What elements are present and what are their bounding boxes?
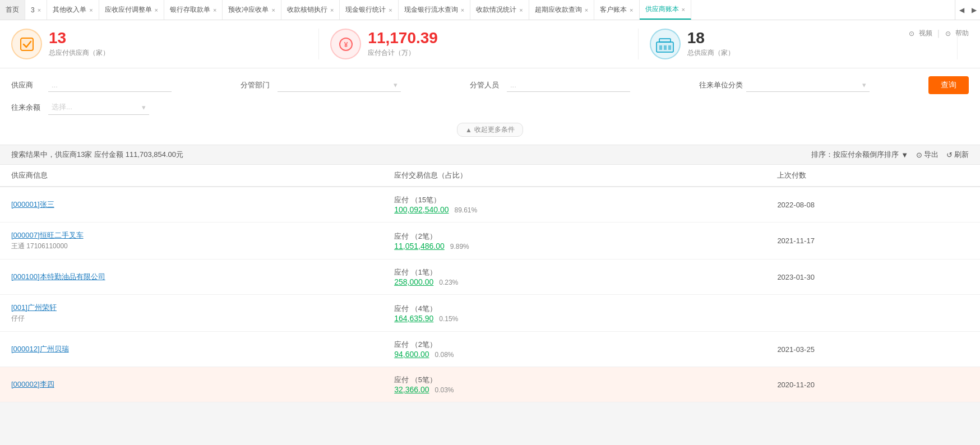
svg-rect-0 bbox=[21, 38, 33, 50]
nav-tab-recv-exec[interactable]: 收款核销执行 × bbox=[281, 0, 340, 20]
nav-tab-other-income[interactable]: 其他收入单 × bbox=[47, 0, 99, 20]
nav-tab-3[interactable]: 3 × bbox=[25, 0, 47, 20]
table-row: [000001]张三应付 （15笔）100,092,540.0089.61%20… bbox=[0, 187, 980, 222]
nav-tab-supplier-book-close[interactable]: × bbox=[682, 6, 685, 13]
nav-tab-recv-stat[interactable]: 收款情况统计 × bbox=[470, 0, 529, 20]
nav-tab-cash-stat-close[interactable]: × bbox=[389, 7, 392, 13]
nav-tab-bank-close[interactable]: × bbox=[213, 7, 216, 13]
supplier-link[interactable]: [000012]广州贝瑞 bbox=[11, 345, 69, 353]
collapse-button[interactable]: ▲ 收起更多条件 bbox=[457, 123, 523, 137]
supplier-link[interactable]: [000002]李四 bbox=[11, 380, 54, 388]
nav-tab-prepay-recv-close[interactable]: × bbox=[271, 7, 275, 13]
last-pay-cell: 2021-03-25 bbox=[777, 345, 969, 354]
nav-prev-arrow[interactable]: ◀ bbox=[955, 0, 968, 20]
filter-unit-class: 往来单位分类 ▾ bbox=[699, 78, 919, 92]
table-row: [000002]李四应付 （5笔）32,366.000.03%2020-11-2… bbox=[0, 367, 980, 402]
payable-amount-link[interactable]: 100,092,540.00 bbox=[394, 205, 449, 214]
payable-label: 应付 （2笔） bbox=[394, 231, 777, 242]
payable-cell: 应付 （15笔）100,092,540.0089.61% bbox=[394, 195, 777, 214]
nav-tab-3-close[interactable]: × bbox=[38, 7, 41, 13]
nav-tab-cash-query[interactable]: 现金银行流水查询 × bbox=[399, 0, 470, 20]
nav-tab-recv-stat-close[interactable]: × bbox=[519, 7, 523, 13]
nav-tab-overdue-recv[interactable]: 超期应收款查询 × bbox=[529, 0, 594, 20]
filter-row-2: 往来余额 选择... ▾ bbox=[11, 100, 969, 115]
help-link[interactable]: 帮助 bbox=[955, 29, 969, 38]
stat-payable-suppliers: 13 总应付供应商（家） bbox=[11, 29, 319, 59]
table-row: [001]广州荣轩仔仔应付 （4笔）164,635.900.15% bbox=[0, 295, 980, 332]
nav-tab-adjust[interactable]: 应收应付调整单 × bbox=[99, 0, 164, 20]
payable-cell: 应付 （2笔）94,600.000.08% bbox=[394, 340, 777, 359]
filter-person: 分管人员 bbox=[470, 78, 690, 92]
supplier-link[interactable]: [000001]张三 bbox=[11, 200, 54, 208]
dept-select[interactable]: ▾ bbox=[278, 78, 401, 92]
payable-percent: 89.61% bbox=[455, 206, 478, 214]
unit-class-select[interactable]: ▾ bbox=[746, 78, 870, 92]
nav-tab-overdue-recv-close[interactable]: × bbox=[585, 7, 588, 13]
stat-payable-total-content: 11,170.39 应付合计（万） bbox=[368, 30, 438, 58]
nav-tab-prepay-recv[interactable]: 预收冲应收单 × bbox=[223, 0, 281, 20]
nav-tab-cash-stat[interactable]: 现金银行统计 × bbox=[340, 0, 398, 20]
payable-amount-link[interactable]: 94,600.00 bbox=[394, 350, 429, 359]
last-pay-cell: 2021-11-17 bbox=[777, 237, 969, 245]
col-header-payable: 应付交易信息（占比） bbox=[394, 170, 777, 180]
nav-tab-bank[interactable]: 银行存取款单 × bbox=[164, 0, 223, 20]
payable-percent: 0.03% bbox=[434, 386, 454, 394]
payable-amount-link[interactable]: 32,366.00 bbox=[394, 385, 429, 394]
svg-rect-4 bbox=[659, 39, 671, 42]
nav-tab-other-income-close[interactable]: × bbox=[89, 7, 93, 13]
table-row: [000100]本特勤油品有限公司应付 （1笔）258,000.000.23%2… bbox=[0, 259, 980, 295]
nav-tab-customer-book[interactable]: 客户账本 × bbox=[594, 0, 639, 20]
svg-text:¥: ¥ bbox=[344, 41, 348, 49]
supplier-link[interactable]: [000100]本特勤油品有限公司 bbox=[11, 272, 105, 281]
payable-cell: 应付 （1笔）258,000.000.23% bbox=[394, 267, 777, 286]
payable-total-label: 应付合计（万） bbox=[368, 48, 438, 58]
supplier-link[interactable]: [001]广州荣轩 bbox=[11, 303, 57, 312]
payable-suppliers-icon bbox=[11, 29, 42, 59]
video-icon: ⊙ bbox=[909, 30, 914, 38]
dept-filter-label: 分管部门 bbox=[241, 80, 274, 90]
refresh-label: 刷新 bbox=[954, 150, 969, 160]
total-suppliers-label: 总供应商（家） bbox=[687, 48, 734, 58]
refresh-icon: ↺ bbox=[946, 151, 953, 159]
results-summary: 搜索结果中，供应商13家 应付金额 111,703,854.00元 bbox=[11, 150, 183, 160]
nav-tab-supplier-book[interactable]: 供应商账本 × bbox=[640, 0, 691, 20]
nav-tab-cash-query-label: 现金银行流水查询 bbox=[404, 5, 458, 15]
nav-tab-customer-book-close[interactable]: × bbox=[630, 7, 633, 13]
payable-label: 应付 （5笔） bbox=[394, 375, 777, 385]
collapse-button-label: 收起更多条件 bbox=[474, 125, 515, 135]
sort-selector[interactable]: 排序：按应付余额倒序排序 ▼ bbox=[811, 150, 908, 160]
filter-area: 供应商 分管部门 ▾ 分管人员 往来单位分类 ▾ 查询 往来余额 选择 bbox=[0, 68, 980, 145]
payable-suppliers-count: 13 bbox=[49, 30, 109, 46]
balance-select[interactable]: 选择... ▾ bbox=[48, 100, 149, 115]
nav-tab-home[interactable]: 首页 bbox=[0, 0, 25, 20]
export-button[interactable]: ⊙ 导出 bbox=[916, 150, 939, 160]
refresh-button[interactable]: ↺ 刷新 bbox=[946, 150, 969, 160]
table-header: 供应商信息 应付交易信息（占比） 上次付数 bbox=[0, 165, 980, 187]
top-right-links: ⊙ 视频 │ ⊙ 帮助 bbox=[909, 29, 969, 38]
person-input[interactable] bbox=[507, 78, 630, 92]
nav-tab-recv-exec-close[interactable]: × bbox=[330, 7, 334, 13]
supplier-input[interactable] bbox=[48, 78, 172, 92]
nav-tab-recv-stat-label: 收款情况统计 bbox=[476, 5, 516, 15]
nav-tab-bank-label: 银行存取款单 bbox=[170, 5, 210, 15]
nav-tab-adjust-close[interactable]: × bbox=[155, 7, 158, 13]
payable-cell: 应付 （2笔）11,051,486.009.89% bbox=[394, 231, 777, 251]
payable-amount-link[interactable]: 11,051,486.00 bbox=[394, 242, 445, 251]
nav-next-arrow[interactable]: ▶ bbox=[968, 0, 980, 20]
nav-tab-supplier-book-label: 供应商账本 bbox=[645, 4, 679, 14]
query-button[interactable]: 查询 bbox=[928, 76, 969, 94]
nav-tab-recv-exec-label: 收款核销执行 bbox=[287, 5, 327, 15]
payable-amount-link[interactable]: 164,635.90 bbox=[394, 314, 433, 323]
unit-class-chevron-down-icon: ▾ bbox=[862, 81, 866, 89]
nav-tab-adjust-label: 应收应付调整单 bbox=[105, 5, 152, 15]
nav-tab-cash-query-close[interactable]: × bbox=[461, 7, 464, 13]
payable-amount-link[interactable]: 258,000.00 bbox=[394, 277, 433, 286]
video-link[interactable]: 视频 bbox=[919, 29, 932, 38]
supplier-link[interactable]: [000007]恒旺二手叉车 bbox=[11, 231, 84, 239]
balance-filter-label: 往来余额 bbox=[11, 103, 45, 113]
stat-total-suppliers-content: 18 总供应商（家） bbox=[687, 30, 734, 58]
payable-label: 应付 （2笔） bbox=[394, 340, 777, 350]
payable-percent: 0.15% bbox=[439, 315, 458, 323]
svg-rect-6 bbox=[664, 45, 667, 50]
results-actions: 排序：按应付余额倒序排序 ▼ ⊙ 导出 ↺ 刷新 bbox=[811, 150, 969, 160]
